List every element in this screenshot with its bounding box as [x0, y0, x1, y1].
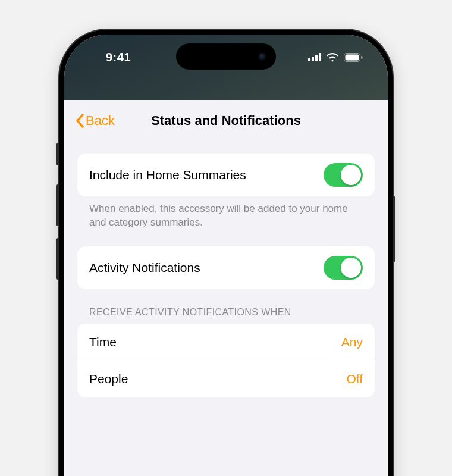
front-camera	[258, 52, 266, 61]
navigation-bar: Back Status and Notifications	[64, 100, 388, 142]
svg-rect-2	[315, 55, 318, 61]
time-row[interactable]: Time Any	[77, 324, 375, 361]
receive-section-header: Receive Activity Notifications When	[77, 289, 375, 324]
cellular-icon	[308, 53, 321, 61]
time-label: Time	[89, 335, 117, 349]
people-value: Off	[346, 372, 363, 386]
include-summaries-toggle[interactable]	[324, 163, 363, 187]
content-sheet: Back Status and Notifications Include in…	[64, 100, 388, 476]
time-value: Any	[341, 335, 363, 349]
svg-rect-1	[312, 57, 314, 61]
svg-rect-3	[319, 53, 321, 61]
activity-notifications-row: Activity Notifications	[77, 246, 375, 289]
activity-notifications-toggle[interactable]	[324, 256, 363, 280]
activity-notifications-label: Activity Notifications	[89, 261, 200, 275]
mute-switch	[56, 143, 59, 165]
include-summaries-row: Include in Home Summaries	[77, 154, 375, 196]
page-background: 9:41 Back Status and	[0, 0, 452, 476]
status-area: 9:41	[64, 35, 388, 100]
status-time: 9:41	[87, 51, 131, 64]
wifi-icon	[326, 52, 339, 62]
activity-card: Activity Notifications	[77, 246, 375, 289]
screen: 9:41 Back Status and	[64, 35, 388, 476]
summaries-footer: When enabled, this accessory will be add…	[77, 196, 375, 246]
people-row[interactable]: People Off	[77, 361, 375, 397]
svg-rect-6	[361, 56, 363, 59]
phone-frame: 9:41 Back Status and	[59, 30, 393, 476]
summaries-card: Include in Home Summaries	[77, 154, 375, 196]
battery-icon	[344, 53, 363, 62]
volume-up-button	[56, 184, 59, 226]
dynamic-island	[176, 43, 276, 70]
status-icons	[308, 52, 365, 62]
back-label: Back	[86, 113, 115, 129]
receive-card: Time Any People Off	[77, 324, 375, 397]
chevron-left-icon	[75, 114, 84, 128]
include-summaries-label: Include in Home Summaries	[89, 168, 246, 182]
svg-rect-5	[346, 54, 359, 60]
volume-down-button	[56, 238, 59, 280]
svg-rect-0	[308, 58, 310, 61]
back-button[interactable]: Back	[75, 113, 115, 129]
settings-body: Include in Home Summaries When enabled, …	[64, 142, 388, 397]
power-button	[393, 196, 396, 262]
people-label: People	[89, 372, 128, 386]
